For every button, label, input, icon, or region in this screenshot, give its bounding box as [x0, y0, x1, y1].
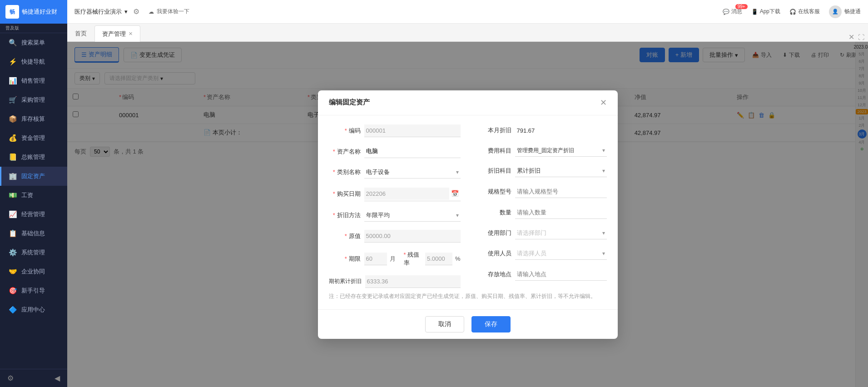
app-download-btn[interactable]: 📱 App下载 [751, 8, 780, 15]
depreciation-method-select[interactable]: 年限平均 ▾ [364, 209, 461, 222]
depreciation-method-label: * 折旧方法 [329, 211, 361, 219]
sidebar-logo: 畅 畅捷通好业财 [0, 0, 67, 24]
department-label: 使用部门 [475, 229, 511, 237]
modal-overlay: 编辑固定资产 ✕ * 编码 [67, 42, 868, 387]
department-select[interactable]: 请选择部门 ▾ [515, 227, 607, 239]
search-icon: 🔍 [9, 39, 17, 47]
period-input[interactable] [364, 253, 387, 265]
tab-home-label: 首页 [75, 30, 87, 38]
tab-home[interactable]: 首页 [67, 25, 94, 41]
form-grid: * 编码 * 资产名称 [329, 124, 607, 288]
current-month-value: 791.67 [515, 124, 537, 137]
sidebar-item-basic-info[interactable]: 📋 基础信息 [0, 224, 67, 243]
period-label: * 期限 [329, 255, 361, 263]
sidebar-item-salary[interactable]: 💵 工资 [0, 186, 67, 205]
message-btn[interactable]: 💬 消息 99+ [723, 8, 742, 15]
date-value-input[interactable] [364, 188, 449, 200]
user-menu[interactable]: 👤 畅捷通 [829, 5, 861, 18]
chevron-down-icon: ▾ [602, 147, 605, 154]
expense-subject-select[interactable]: 管理费用_固定资产折旧 ▾ [515, 145, 607, 157]
operations-icon: 📈 [9, 210, 17, 218]
edition-label: 普及版 [0, 24, 67, 33]
spec-input[interactable] [515, 185, 607, 198]
sidebar-item-label: 销售管理 [21, 77, 45, 85]
sidebar-item-label: 库存核算 [21, 115, 45, 123]
app-download-label: App下载 [760, 8, 780, 15]
online-service-label: 在线客服 [798, 8, 820, 15]
chevron-down-icon: ▾ [456, 212, 459, 218]
location-input[interactable] [515, 268, 607, 281]
settings-button[interactable]: ⚙ [133, 7, 139, 16]
modal-header: 编辑固定资产 ✕ [318, 90, 618, 115]
sidebar-item-app-center[interactable]: 🔷 应用中心 [0, 300, 67, 319]
experience-btn[interactable]: ☁ 我要体验一下 [149, 8, 189, 15]
sidebar-item-label: 搜索菜单 [21, 39, 45, 47]
sidebar-item-finance[interactable]: 💰 资金管理 [0, 129, 67, 148]
modal-note: 注：已经存在变更记录或者对应固定资产已经生成凭证，原值、购买日期、残值率、累计折… [329, 288, 607, 300]
form-row-period-accumulated: 期初累计折旧 [329, 275, 461, 288]
sidebar-item-label: 系统管理 [21, 248, 45, 257]
settings-icon[interactable]: ⚙ [7, 374, 14, 382]
name-input[interactable] [364, 145, 461, 158]
sidebar-item-system[interactable]: ⚙️ 系统管理 [0, 243, 67, 262]
topbar-right: 💬 消息 99+ 📱 App下载 🎧 在线客服 👤 畅捷通 [723, 5, 861, 18]
depreciation-subject-select[interactable]: 累计折旧 ▾ [515, 165, 607, 177]
form-row-depreciation-subject: 折旧科目 累计折旧 ▾ [475, 165, 607, 177]
message-icon: 💬 [723, 9, 729, 15]
sidebar-item-ledger[interactable]: 📒 总账管理 [0, 148, 67, 167]
sidebar-item-operations[interactable]: 📈 经营管理 [0, 205, 67, 224]
enterprise-icon: 🤝 [9, 268, 17, 276]
sidebar-item-purchase[interactable]: 🛒 采购管理 [0, 90, 67, 109]
cloud-icon: ☁ [149, 9, 154, 15]
download-icon: 📱 [751, 9, 758, 15]
form-row-purchase-date: * 购买日期 📅 [329, 187, 461, 201]
sidebar-item-label: 快捷导航 [21, 58, 45, 66]
sidebar-item-enterprise[interactable]: 🤝 企业协同 [0, 262, 67, 281]
tab-asset-mgmt-label: 资产管理 [102, 30, 126, 38]
form-row-original-value: * 原值 [329, 230, 461, 243]
inventory-icon: 📦 [9, 115, 17, 123]
form-row-code: * 编码 [329, 124, 461, 137]
tab-close-icon[interactable]: ✕ [129, 31, 133, 37]
sidebar-item-inventory[interactable]: 📦 库存核算 [0, 109, 67, 129]
purchase-date-input[interactable]: 📅 [364, 187, 461, 201]
sidebar-item-search[interactable]: 🔍 搜索菜单 [0, 33, 67, 52]
category-select[interactable]: 电子设备 ▾ [364, 166, 461, 179]
period-accumulated-input[interactable] [365, 275, 461, 288]
user-select[interactable]: 请选择人员 ▾ [515, 248, 607, 260]
residual-rate-input[interactable] [425, 253, 452, 265]
tab-asset-mgmt[interactable]: 资产管理 ✕ [94, 25, 140, 42]
quantity-input[interactable] [515, 206, 607, 219]
modal-footer: 取消 保存 [318, 309, 618, 339]
original-value-input[interactable] [364, 230, 461, 243]
sidebar-item-label: 新手引导 [21, 287, 45, 295]
company-selector[interactable]: 医疗器械行业演示 ▾ [74, 8, 128, 16]
sidebar-item-sales[interactable]: 📊 销售管理 [0, 71, 67, 90]
form-row-quantity: 数量 [475, 206, 607, 219]
sidebar-item-label: 固定资产 [21, 172, 45, 180]
main-content: 医疗器械行业演示 ▾ ⚙ ☁ 我要体验一下 💬 消息 99+ 📱 App下载 🎧… [67, 0, 868, 387]
period-unit: 月 [390, 255, 396, 263]
sidebar-item-label: 应用中心 [21, 306, 45, 314]
sidebar-bottom: ⚙ ◀ [0, 369, 67, 387]
original-value-label: * 原值 [329, 232, 361, 240]
purchase-icon: 🛒 [9, 96, 17, 104]
form-right: 本月折旧 791.67 费用科目 管理费用_固定资产折旧 [475, 124, 607, 288]
sidebar-item-guide[interactable]: 🎯 新手引导 [0, 281, 67, 300]
code-input[interactable] [364, 124, 461, 137]
avatar: 👤 [829, 5, 842, 18]
cancel-button[interactable]: 取消 [425, 316, 464, 332]
edit-fixed-asset-modal: 编辑固定资产 ✕ * 编码 [318, 90, 618, 339]
save-button[interactable]: 保存 [471, 316, 511, 332]
collapse-icon[interactable]: ◀ [55, 374, 60, 382]
sidebar-item-fixed-assets[interactable]: 🏢 固定资产 [0, 167, 67, 186]
window-maximize-icon[interactable]: ⛶ [858, 34, 864, 41]
online-service-btn[interactable]: 🎧 在线客服 [789, 8, 820, 15]
spec-label: 规格型号 [475, 188, 511, 196]
sidebar-item-quick-nav[interactable]: ⚡ 快捷导航 [0, 52, 67, 71]
guide-icon: 🎯 [9, 287, 17, 295]
user-label: 使用人员 [475, 249, 511, 258]
purchase-date-label: * 购买日期 [329, 190, 361, 198]
modal-close-btn[interactable]: ✕ [600, 98, 607, 108]
window-close-icon[interactable]: ✕ [848, 33, 854, 41]
